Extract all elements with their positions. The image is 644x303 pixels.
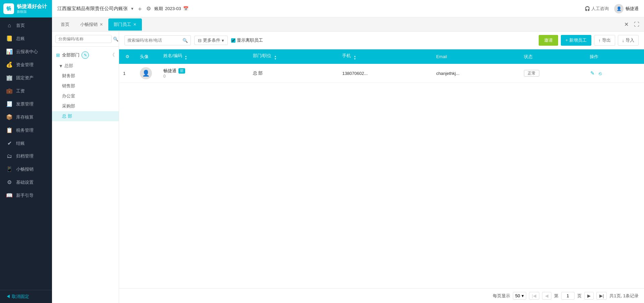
dept-item-sales[interactable]: 销售部 [52,81,119,91]
logout-employee-button[interactable]: ⎋ [598,70,602,77]
dept-sort-icon[interactable]: ▲▼ [274,55,277,60]
filter-icon: ⊟ [198,38,202,43]
dept-collapse-icon[interactable]: 《 [110,52,115,58]
sidebar-label-expense: 小畅报销 [16,166,34,172]
dept-item-finance[interactable]: 财务部 [52,71,119,81]
employee-search-icon[interactable]: 🔍 [182,38,188,43]
dept-search-input[interactable] [55,35,112,43]
inventory-icon: 📦 [6,114,13,120]
app-logo-icon: 畅 [3,3,14,14]
sidebar-label-archive: 归档管理 [16,153,34,159]
col-phone-label: 手机 [342,53,351,58]
employee-search-box: 🔍 [124,35,191,45]
next-page-button[interactable]: ▶ [584,292,594,300]
ledger-icon: 📒 [6,35,13,42]
first-page-button[interactable]: |◀ [529,292,539,300]
user-menu[interactable]: 👤 畅捷通 [614,4,639,13]
company-dropdown-icon[interactable]: ▾ [131,6,133,11]
prev-page-button[interactable]: ◀ [542,292,551,300]
phone-sort-icon[interactable]: ▲▼ [354,55,356,60]
table-header-row: ⚙ 头像 姓名/编码 ▲▼ 部门/职位 ▲▼ 手机 [119,49,644,64]
sidebar-item-close[interactable]: ✔ 结账 [0,137,52,150]
main-area: 江西服宝精品有限责任公司内账张 ▾ ＋ ⚙ 账期 2023-03 📅 🎧 人工咨… [52,0,644,303]
tab-home-label: 首页 [61,21,69,28]
col-dept[interactable]: 部门/职位 ▲▼ [249,49,338,64]
tab-expand-button[interactable]: ⛶ [633,20,641,29]
tab-close-all-button[interactable]: ✕ [623,20,630,29]
dept-item-general[interactable]: 总 部 [52,111,119,121]
row-action-cell: ✎ ⎋ [586,64,644,83]
add-company-icon[interactable]: ＋ [137,5,143,13]
sidebar-label-assets: 固定资产 [16,75,34,81]
filter-button[interactable]: ⊟ 更多条件 ▾ [194,36,228,45]
sidebar-header: 畅 畅捷通好会计 旗舰版 [0,0,52,17]
col-dept-label: 部门/职位 [253,53,272,58]
status-badge: 正常 [524,70,539,77]
sidebar-item-expense[interactable]: 📱 小畅报销 [0,163,52,176]
tabs-bar: 首页 小畅报销 ✕ 部门员工 ✕ ✕ ⛶ [52,17,644,32]
sidebar-pin-toggle[interactable]: ◀ 取消固定 [0,290,52,303]
sidebar-label-invoice: 发票管理 [16,101,34,107]
filter-dropdown-icon: ▾ [222,38,224,43]
invoice-icon: 🧾 [6,101,13,107]
dept-item-office[interactable]: 办公室 [52,91,119,101]
show-resigned-checkbox[interactable]: 显示离职员工 [231,37,263,43]
page-number-input[interactable] [561,292,575,300]
add-employee-button[interactable]: + 新增员工 [561,35,591,46]
support-button[interactable]: 🎧 人工咨询 [585,6,609,12]
sidebar-item-inventory[interactable]: 📦 库存核算 [0,111,52,124]
sidebar-item-salary[interactable]: 💼 工资 [0,84,52,97]
tab-expense-close-icon[interactable]: ✕ [100,22,103,27]
dept-search-icon[interactable]: 🔍 [113,37,118,42]
col-action: 操作 [586,49,644,64]
sidebar-item-settings[interactable]: ⚙ 基础设置 [0,176,52,189]
dept-edit-badge[interactable]: ✎ [82,51,89,59]
grid-icon: ⊞ [56,52,60,58]
tab-employees[interactable]: 部门员工 ✕ [108,18,142,31]
left-panel: 🔍 ⊞ 全部部门 ✎ 《 ▼ 总部 财务部 销售部 办公室 采购 [52,32,119,303]
sidebar-item-reports[interactable]: 📊 云报表中心 [0,45,52,58]
all-departments-item[interactable]: ⊞ 全部部门 ✎ 《 [52,49,119,61]
invite-button[interactable]: 邀请 [539,35,558,46]
last-page-button[interactable]: ▶| [596,292,607,300]
sidebar-item-tax[interactable]: 📋 税务管理 [0,124,52,137]
total-info: 共1页, 1条记录 [609,293,639,299]
sidebar-item-archive[interactable]: 🗂 归档管理 [0,150,52,163]
dept-item-procurement[interactable]: 采购部 [52,101,119,111]
company-name: 江西服宝精品有限责任公司内账张 [57,6,128,12]
name-sort-icon[interactable]: ▲▼ [184,55,187,60]
per-page-select[interactable]: 50 ▾ [513,292,526,300]
all-dept-label: 全部部门 [62,52,79,58]
dept-arrow-icon: ▼ [59,63,63,69]
dept-parent-head[interactable]: ▼ 总部 [52,61,119,71]
col-name[interactable]: 姓名/编码 ▲▼ [159,49,249,64]
gear-icon[interactable]: ⚙ [146,5,151,12]
pagination-bar: 每页显示 50 ▾ |◀ ◀ 第 页 ▶ ▶| 共1页, 1条记录 [119,288,644,303]
avatar: 👤 [614,4,624,13]
tab-home[interactable]: 首页 [55,18,75,31]
tab-expense[interactable]: 小畅报销 ✕ [75,18,108,31]
col-phone[interactable]: 手机 ▲▼ [338,49,432,64]
employee-search-input[interactable] [127,38,181,43]
assets-icon: 🏢 [6,75,13,81]
dept-group-head: ▼ 总部 财务部 销售部 办公室 采购部 总 部 [52,61,119,121]
sidebar-item-ledger[interactable]: 📒 总账 [0,32,52,45]
sidebar-item-home[interactable]: ⌂ 首页 [0,19,52,32]
col-gear[interactable]: ⚙ [119,49,136,64]
close-period-icon: ✔ [6,140,13,146]
show-resigned-input[interactable] [231,38,235,43]
user-name: 畅捷通 [626,6,639,12]
sidebar-item-invoice[interactable]: 🧾 发票管理 [0,97,52,111]
edit-employee-button[interactable]: ✎ [590,70,595,77]
app-title: 畅捷通好会计 [17,3,47,9]
tab-employees-close-icon[interactable]: ✕ [133,22,137,27]
sidebar-item-guide[interactable]: 📖 新手引导 [0,189,52,202]
import-button[interactable]: ↓ 导入 [618,35,639,46]
sidebar-item-funds[interactable]: 💰 资金管理 [0,58,52,71]
sidebar-label-reports: 云报表中心 [16,49,38,55]
period-selector[interactable]: 账期 2023-03 📅 [154,6,189,12]
sidebar-label-close: 结账 [16,140,25,146]
support-label: 人工咨询 [591,6,609,12]
sidebar-item-assets[interactable]: 🏢 固定资产 [0,71,52,84]
export-button[interactable]: ↑ 导出 [594,35,615,46]
